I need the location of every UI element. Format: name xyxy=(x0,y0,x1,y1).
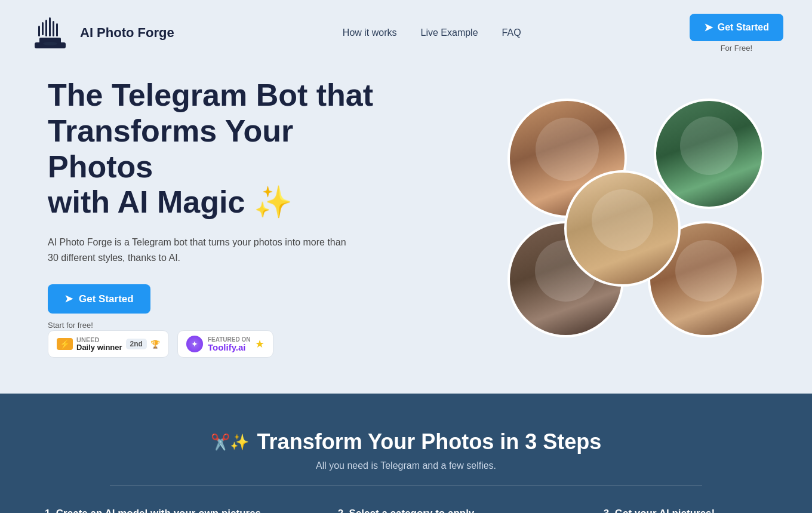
hero-get-started-button[interactable]: ➤ Get Started xyxy=(48,284,150,314)
svg-point-8 xyxy=(43,42,57,45)
steps-section: ✂️✨ Transform Your Photos in 3 Steps All… xyxy=(0,394,812,513)
hero-section: The Telegram Bot thatTransforms Your Pho… xyxy=(0,66,812,394)
step-3-number: 3 xyxy=(604,508,609,513)
step-1-text: Create an AI model with your own picture… xyxy=(56,508,261,513)
nav-link-faq[interactable]: FAQ xyxy=(502,27,521,38)
steps-title-text: Transform Your Photos in 3 Steps xyxy=(257,429,602,454)
svg-rect-5 xyxy=(53,21,54,36)
step-1-label: 1. Create an AI model with your own pict… xyxy=(45,508,261,513)
uneed-place: 2nd xyxy=(126,339,147,349)
hero-title-line1: The Telegram Bot thatTransforms Your Pho… xyxy=(48,78,373,219)
logo-icon xyxy=(29,11,72,54)
step-3-label: 3. Get your AI pictures! xyxy=(604,508,715,513)
nav-logo-text: AI Photo Forge xyxy=(80,25,174,41)
svg-rect-7 xyxy=(38,26,40,36)
uneed-text-group: UNEED Daily winner xyxy=(76,337,122,351)
hero-telegram-icon: ➤ xyxy=(64,293,73,305)
step-2: 2. Select a category to apply ‹ AI Photo… xyxy=(289,508,523,513)
hero-start-free: Start for free! xyxy=(48,321,93,330)
nav-links: How it works Live Example FAQ xyxy=(343,27,521,38)
svg-rect-4 xyxy=(49,17,51,36)
steps-divider xyxy=(110,486,702,486)
step-1-number: 1 xyxy=(45,508,50,513)
steps-title: ✂️✨ Transform Your Photos in 3 Steps xyxy=(36,429,776,454)
step-1: 1. Create an AI model with your own pict… xyxy=(36,508,270,513)
hero-description: AI Photo Forge is a Telegram bot that tu… xyxy=(48,235,358,265)
photo-circle-2 xyxy=(654,99,764,209)
uneed-sublabel: Daily winner xyxy=(76,343,122,351)
toolify-text-group: FEATURED ON Toolify.ai xyxy=(208,337,250,352)
uneed-badge[interactable]: ⚡ UNEED Daily winner 2nd 🏆 xyxy=(48,330,169,358)
svg-rect-6 xyxy=(56,23,58,36)
lightning-icon: ⚡ xyxy=(57,338,73,350)
nav-logo[interactable]: AI Photo Forge xyxy=(29,11,174,54)
step-2-text: Select a category to apply xyxy=(349,508,475,513)
nav-link-live-example[interactable]: Live Example xyxy=(421,27,478,38)
nav-cta-label: Get Started xyxy=(718,22,769,33)
svg-rect-2 xyxy=(45,20,47,36)
hero-cta-label: Get Started xyxy=(79,293,134,305)
steps-grid: 1. Create an AI model with your own pict… xyxy=(36,508,776,513)
step-2-number: 2 xyxy=(338,508,343,513)
trophy-icon: 🏆 xyxy=(150,340,160,349)
hero-photo-collage xyxy=(508,99,764,337)
nav-get-started-button[interactable]: ➤ Get Started xyxy=(690,14,783,41)
hero-left: The Telegram Bot thatTransforms Your Pho… xyxy=(48,78,394,358)
steps-header: ✂️✨ Transform Your Photos in 3 Steps All… xyxy=(36,429,776,471)
telegram-icon: ➤ xyxy=(704,21,713,34)
sparkle-emoji: ✨ xyxy=(254,185,293,219)
nav-link-how-it-works[interactable]: How it works xyxy=(343,27,397,38)
steps-subtitle: All you need is Telegram and a few selfi… xyxy=(36,460,776,471)
nav-free-label: For Free! xyxy=(721,44,752,53)
svg-rect-3 xyxy=(42,22,44,35)
toolify-badge[interactable]: ✦ FEATURED ON Toolify.ai ★ xyxy=(177,330,273,358)
step-2-label: 2. Select a category to apply xyxy=(338,508,475,513)
star-icon: ★ xyxy=(255,337,264,351)
step-3: 3. Get your AI pictures! ‹ AI Photo Forg… xyxy=(542,508,776,513)
wand-icon: ✂️✨ xyxy=(211,433,249,451)
photo-circle-3 xyxy=(564,170,681,287)
hero-title: The Telegram Bot thatTransforms Your Pho… xyxy=(48,78,394,220)
toolify-name: Toolify.ai xyxy=(208,343,250,352)
hero-badges: ⚡ UNEED Daily winner 2nd 🏆 ✦ FEATURED ON… xyxy=(48,330,394,358)
nav-cta-area: ➤ Get Started For Free! xyxy=(690,14,783,53)
navbar: AI Photo Forge How it works Live Example… xyxy=(0,0,812,66)
toolify-icon: ✦ xyxy=(186,336,203,352)
step-3-text: Get your AI pictures! xyxy=(615,508,715,513)
